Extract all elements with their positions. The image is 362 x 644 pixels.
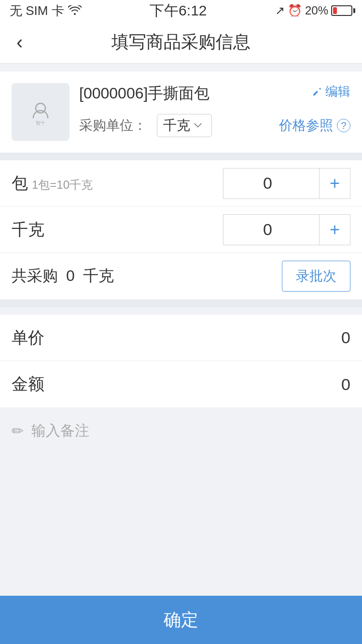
amount-row: 金额 0 xyxy=(0,361,362,407)
summary-row: 共采购 0 千克 录批次 xyxy=(0,253,362,299)
pencil-icon: ✏ xyxy=(12,422,24,439)
wifi-icon xyxy=(68,3,82,18)
unit-label-group: 采购单位： 千克 xyxy=(79,114,212,137)
product-header: [0000006]手撕面包 编辑 xyxy=(79,83,350,104)
sim-status: 无 SIM 卡 xyxy=(10,2,64,19)
bottom-space xyxy=(0,454,362,570)
unit-label-kg: 千克 xyxy=(12,219,70,241)
back-button[interactable]: ‹ xyxy=(12,31,28,53)
summary-text: 共采购 0 千克 xyxy=(12,266,114,287)
help-icon: ? xyxy=(337,119,350,132)
unit-label-bao: 包1包=10千克 xyxy=(12,172,93,195)
unit-price-row: 单价 0 xyxy=(0,315,362,361)
quantity-section: 包1包=10千克 + 千克 + xyxy=(0,160,362,253)
remark-placeholder: 输入备注 xyxy=(31,421,89,441)
battery-percent: 20% xyxy=(305,4,328,17)
quantity-row-bao: 包1包=10千克 + xyxy=(0,160,362,207)
remark-section[interactable]: ✏ 输入备注 xyxy=(0,407,362,454)
quantity-row-kg: 千克 + xyxy=(0,207,362,253)
divider-2 xyxy=(0,299,362,307)
status-time: 下午6:12 xyxy=(150,1,207,21)
divider-1 xyxy=(0,153,362,160)
amount-value: 0 xyxy=(341,375,350,394)
input-right-kg: + xyxy=(223,214,350,245)
unit-select[interactable]: 千克 xyxy=(157,114,212,137)
quantity-input-kg[interactable] xyxy=(223,214,320,245)
alarm-icon: ⏰ xyxy=(288,4,302,17)
battery-icon xyxy=(331,5,352,16)
input-right-bao: + xyxy=(223,168,350,199)
product-name: [0000006]手撕面包 xyxy=(79,83,209,104)
page-title: 填写商品采购信息 xyxy=(111,30,251,54)
plus-button-bao[interactable]: + xyxy=(320,168,350,199)
location-icon: ↗ xyxy=(275,4,285,17)
status-left: 无 SIM 卡 xyxy=(10,2,82,19)
unit-price-value: 0 xyxy=(341,328,350,347)
record-batch-button[interactable]: 录批次 xyxy=(282,261,350,292)
confirm-button[interactable]: 确定 xyxy=(0,596,362,644)
svg-text:智十: 智十 xyxy=(36,120,45,126)
purchase-unit-row: 采购单位： 千克 价格参照 ? xyxy=(79,114,350,137)
product-card: 智十 [0000006]手撕面包 编辑 采购单位： 千克 价格参照 xyxy=(0,71,362,153)
product-info: [0000006]手撕面包 编辑 采购单位： 千克 价格参照 ? xyxy=(79,83,350,137)
nav-bar: ‹ 填写商品采购信息 xyxy=(0,21,362,64)
plus-button-kg[interactable]: + xyxy=(320,214,350,245)
price-section: 单价 0 金额 0 xyxy=(0,315,362,407)
edit-button[interactable]: 编辑 xyxy=(312,83,350,100)
amount-label: 金额 xyxy=(12,373,44,395)
purchase-unit-label: 采购单位： xyxy=(79,118,147,133)
status-right: ↗ ⏰ 20% xyxy=(275,4,352,17)
product-image: 智十 xyxy=(12,83,70,141)
unit-price-label: 单价 xyxy=(12,327,44,349)
quantity-input-bao[interactable] xyxy=(223,168,320,199)
price-reference-button[interactable]: 价格参照 ? xyxy=(279,116,350,135)
status-bar: 无 SIM 卡 下午6:12 ↗ ⏰ 20% xyxy=(0,0,362,21)
